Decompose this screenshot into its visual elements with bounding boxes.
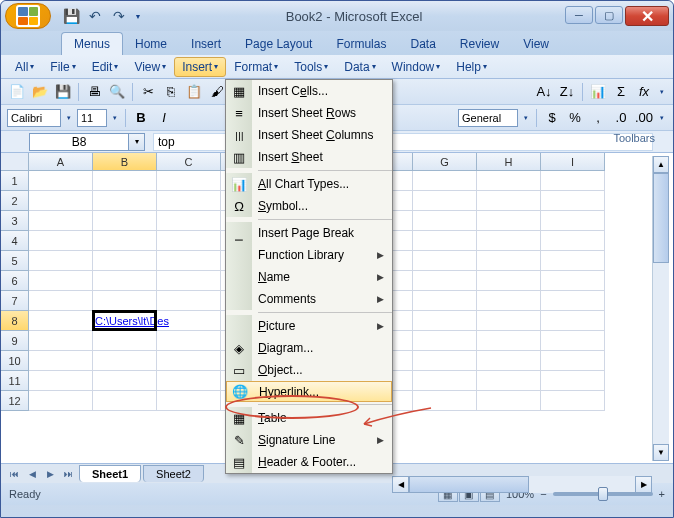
sheet-last-icon[interactable]: ⏭ [59,466,77,482]
sheet-tab-1[interactable]: Sheet1 [79,465,141,482]
zoom-slider[interactable] [553,492,653,496]
menu-function-library[interactable]: Function Library▶ [226,244,392,266]
tab-page-layout[interactable]: Page Layout [233,33,324,55]
row-header[interactable]: 9 [1,331,29,351]
scroll-thumb[interactable] [653,173,669,263]
vertical-scrollbar[interactable]: ▲ ▼ [652,156,669,461]
row-header[interactable]: 3 [1,211,29,231]
save-icon[interactable]: 💾 [61,6,81,26]
menu-object[interactable]: ▭Object... [226,359,392,381]
row-header[interactable]: 11 [1,371,29,391]
menu-insert-columns[interactable]: ⫼Insert Sheet Columns [226,124,392,146]
sheet-next-icon[interactable]: ▶ [41,466,59,482]
print-icon[interactable]: 🖶 [84,82,104,102]
menu-comments[interactable]: Comments▶ [226,288,392,310]
menu-insert-sheet[interactable]: ▥Insert Sheet [226,146,392,168]
undo-icon[interactable]: ↶ [85,6,105,26]
col-header[interactable]: A [29,153,93,171]
menu-insert-cells[interactable]: ▦Insert Cells... [226,80,392,102]
name-box-dropdown[interactable]: ▾ [129,133,145,151]
menu-diagram[interactable]: ◈Diagram... [226,337,392,359]
menu-insert-rows[interactable]: ≡Insert Sheet Rows [226,102,392,124]
decrease-decimal-icon[interactable]: .00 [634,108,654,128]
function-icon[interactable]: fx [634,82,654,102]
cut-icon[interactable]: ✂ [138,82,158,102]
currency-icon[interactable]: $ [542,108,562,128]
format-painter-icon[interactable]: 🖌 [207,82,227,102]
redo-icon[interactable]: ↷ [109,6,129,26]
open-icon[interactable]: 📂 [30,82,50,102]
row-header[interactable]: 8 [1,311,29,331]
new-icon[interactable]: 📄 [7,82,27,102]
close-button[interactable]: ✕ [626,7,668,25]
sort-asc-icon[interactable]: A↓ [534,82,554,102]
minimize-button[interactable]: ─ [565,6,593,24]
col-header[interactable]: I [541,153,605,171]
menu-symbol[interactable]: ΩSymbol... [226,195,392,217]
copy-icon[interactable]: ⎘ [161,82,181,102]
menu-tools[interactable]: Tools▾ [286,57,336,77]
tab-insert[interactable]: Insert [179,33,233,55]
sheet-prev-icon[interactable]: ◀ [23,466,41,482]
font-name-box[interactable]: Calibri [7,109,61,127]
col-header[interactable]: B [93,153,157,171]
scroll-up-icon[interactable]: ▲ [653,156,669,173]
row-header[interactable]: 6 [1,271,29,291]
menu-edit[interactable]: Edit▾ [84,57,127,77]
scroll-thumb[interactable] [409,476,529,493]
tab-review[interactable]: Review [448,33,511,55]
menu-help[interactable]: Help▾ [448,57,495,77]
row-header[interactable]: 12 [1,391,29,411]
sheet-tab-2[interactable]: Sheet2 [143,465,204,482]
row-header[interactable]: 7 [1,291,29,311]
tab-view[interactable]: View [511,33,561,55]
col-header[interactable]: C [157,153,221,171]
menu-all[interactable]: All▾ [7,57,42,77]
increase-decimal-icon[interactable]: .0 [611,108,631,128]
menu-picture[interactable]: Picture▶ [226,315,392,337]
row-header[interactable]: 5 [1,251,29,271]
menu-data[interactable]: Data▾ [336,57,383,77]
number-format-box[interactable]: General [458,109,518,127]
scroll-right-icon[interactable]: ▶ [635,476,652,493]
paste-icon[interactable]: 📋 [184,82,204,102]
bold-icon[interactable]: B [131,108,151,128]
horizontal-scrollbar[interactable]: ◀ ▶ [392,476,652,493]
row-header[interactable]: 4 [1,231,29,251]
col-header[interactable]: G [413,153,477,171]
zoom-in-icon[interactable]: + [659,488,665,500]
menu-chart-types[interactable]: 📊All Chart Types... [226,173,392,195]
comma-icon[interactable]: , [588,108,608,128]
menu-format[interactable]: Format▾ [226,57,286,77]
maximize-button[interactable]: ▢ [595,6,623,24]
save-icon[interactable]: 💾 [53,82,73,102]
tab-formulas[interactable]: Formulas [324,33,398,55]
scroll-down-icon[interactable]: ▼ [653,444,669,461]
qat-customize-icon[interactable]: ▼ [133,6,143,26]
tab-home[interactable]: Home [123,33,179,55]
menu-name[interactable]: Name▶ [226,266,392,288]
preview-icon[interactable]: 🔍 [107,82,127,102]
select-all-corner[interactable] [1,153,29,171]
menu-file[interactable]: File▾ [42,57,83,77]
menu-insert[interactable]: Insert▾ [174,57,226,77]
menu-signature-line[interactable]: ✎Signature Line▶ [226,429,392,451]
office-button[interactable] [5,3,51,29]
name-box[interactable]: B8 [29,133,129,151]
menu-hyperlink[interactable]: 🌐Hyperlink... [226,381,392,402]
tab-data[interactable]: Data [398,33,447,55]
italic-icon[interactable]: I [154,108,174,128]
percent-icon[interactable]: % [565,108,585,128]
autosum-icon[interactable]: Σ [611,82,631,102]
cell-B8[interactable]: C:\Users\lt\Des [93,311,157,331]
row-header[interactable]: 2 [1,191,29,211]
menu-view[interactable]: View▾ [126,57,174,77]
menu-header-footer[interactable]: ▤Header & Footer... [226,451,392,473]
menu-table[interactable]: ▦Table [226,407,392,429]
tab-menus[interactable]: Menus [61,32,123,55]
col-header[interactable]: H [477,153,541,171]
font-size-box[interactable]: 11 [77,109,107,127]
scroll-left-icon[interactable]: ◀ [392,476,409,493]
sheet-first-icon[interactable]: ⏮ [5,466,23,482]
row-header[interactable]: 10 [1,351,29,371]
